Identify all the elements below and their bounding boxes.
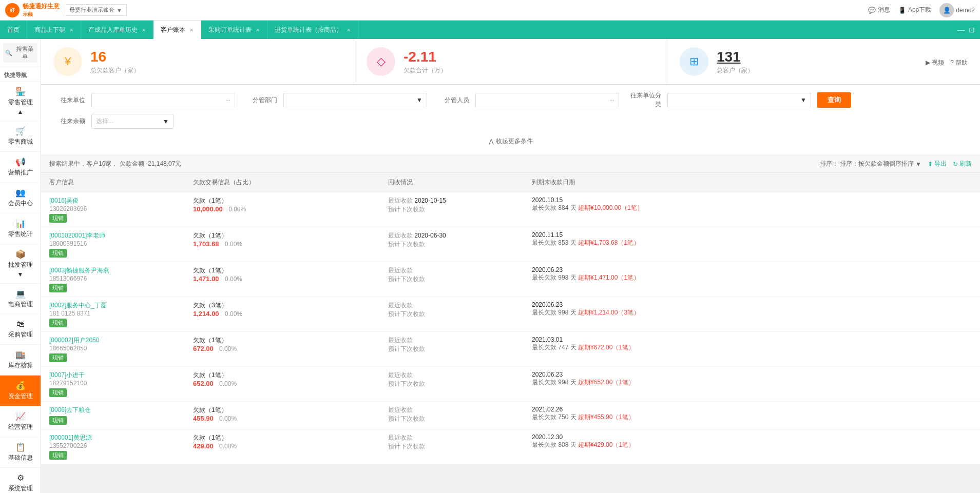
sidebar-item-system[interactable]: ⚙ 系统管理 bbox=[0, 468, 41, 493]
collapse-btn[interactable]: ⋀ 收起更多条件 bbox=[489, 137, 533, 146]
export-btn[interactable]: ⬆ 导出 bbox=[928, 160, 947, 168]
debt-percent: 0.00% bbox=[225, 310, 242, 318]
customer-code[interactable]: [0006]去下粮仓 bbox=[49, 406, 177, 415]
overdue-days: 最长欠款 998 天 bbox=[532, 274, 578, 281]
sidebar-item-retail-mall[interactable]: 🛒 零售商城 bbox=[0, 121, 41, 152]
sidebar-item-basic-info[interactable]: 📋 基础信息 bbox=[0, 437, 41, 468]
table-row: [0006]去下粮仓 现销 欠款（1笔） 455.90 0.00% 最近收款 预… bbox=[41, 402, 980, 429]
overdue-amount[interactable]: 超期¥455.90（1笔） bbox=[578, 413, 635, 421]
customer-code[interactable]: [000002]用户2050 bbox=[49, 336, 177, 345]
sidebar-item-retail-stats[interactable]: 📊 零售统计 bbox=[0, 213, 41, 244]
debt-amount-icon: ◇ bbox=[367, 47, 395, 76]
tab-maximize-icon[interactable]: ⊡ bbox=[969, 26, 975, 34]
tab-customer-account[interactable]: 客户账本 ✕ bbox=[153, 21, 201, 39]
debt-amount[interactable]: 652.00 bbox=[193, 380, 214, 387]
customer-code[interactable]: [0007]小进干 bbox=[49, 371, 177, 380]
debt-amount[interactable]: 455.90 bbox=[193, 415, 214, 422]
sidebar: 🔍 搜索菜单 快捷导航 🏪 零售管理 ▲ 🛒 零售商城 📢 营销推广 👥 会员中… bbox=[0, 39, 41, 493]
main-layout: 🔍 搜索菜单 快捷导航 🏪 零售管理 ▲ 🛒 零售商城 📢 营销推广 👥 会员中… bbox=[0, 39, 980, 493]
recovery-cell: 最近收款 2020-06-30 预计下次收款 bbox=[380, 227, 524, 262]
manager-input[interactable]: ··· bbox=[475, 93, 619, 107]
sidebar-item-ecommerce[interactable]: 💻 电商管理 bbox=[0, 284, 41, 314]
video-btn[interactable]: ▶ 视频 bbox=[926, 58, 944, 67]
tab-close-customer[interactable]: ✕ bbox=[189, 27, 194, 33]
sort-selector[interactable]: 排序： 排序：按欠款金额倒序排序 ▼ bbox=[820, 160, 921, 168]
customer-tag: 现销 bbox=[49, 319, 67, 327]
tab-production-history[interactable]: 产成品入库单历史 ✕ bbox=[81, 21, 153, 39]
overdue-info: 最长欠款 750 天 超期¥455.90（1笔） bbox=[532, 413, 972, 422]
debt-amount-row: 1,471.00 0.00% bbox=[193, 275, 372, 283]
retail-stats-icon: 📊 bbox=[15, 219, 26, 228]
overdue-amount[interactable]: 超期¥672.00（1笔） bbox=[578, 344, 635, 351]
overdue-amount[interactable]: 超期¥1,214.00（3笔） bbox=[578, 309, 640, 316]
customer-code[interactable]: [0002]服务中心_丁磊 bbox=[49, 301, 177, 310]
customer-code[interactable]: [000001]黄思源 bbox=[49, 433, 177, 442]
customer-info-cell: [000001]黄思源 13552700226 现销 bbox=[41, 429, 185, 464]
balance-select[interactable]: 选择... ▼ bbox=[91, 114, 174, 129]
overdue-amount[interactable]: 超期¥1,703.68（1笔） bbox=[578, 239, 640, 246]
refresh-btn[interactable]: ↻ 刷新 bbox=[953, 160, 972, 168]
sidebar-item-operations[interactable]: 📈 经营管理 bbox=[0, 406, 41, 437]
sidebar-item-purchase[interactable]: 🛍 采购管理 bbox=[0, 314, 41, 345]
tab-close-import[interactable]: ✕ bbox=[347, 27, 351, 33]
customer-code[interactable]: [0016]吴俊 bbox=[49, 196, 177, 205]
overdue-days: 最长欠款 750 天 bbox=[532, 413, 578, 421]
search-button[interactable]: 查询 bbox=[817, 92, 851, 108]
due-date: 2020.06.23 bbox=[532, 266, 972, 273]
sidebar-item-inventory[interactable]: 🏬 库存核算 bbox=[0, 345, 41, 376]
sidebar-item-member[interactable]: 👥 会员中心 bbox=[0, 183, 41, 213]
overdue-days: 最长欠款 884 天 bbox=[532, 204, 578, 211]
latest-recovery: 最近收款 bbox=[388, 336, 515, 345]
supplier-input[interactable]: ··· bbox=[91, 93, 235, 107]
due-date: 2021.02.26 bbox=[532, 406, 972, 413]
tab-close-purchase[interactable]: ✕ bbox=[256, 27, 260, 33]
debt-amount[interactable]: 1,471.00 bbox=[193, 275, 219, 283]
overdue-amount[interactable]: 超期¥652.00（1笔） bbox=[578, 379, 635, 386]
debt-amount[interactable]: 672.00 bbox=[193, 345, 214, 352]
department-select[interactable]: ▼ bbox=[283, 93, 427, 107]
debt-amount[interactable]: 1,214.00 bbox=[193, 310, 219, 318]
sidebar-item-retail-mgmt[interactable]: 🏪 零售管理 ▲ bbox=[0, 82, 41, 121]
member-icon: 👥 bbox=[15, 188, 26, 198]
tab-products-off[interactable]: 商品上下架 ✕ bbox=[27, 21, 81, 39]
supplier-type-select[interactable]: ▼ bbox=[667, 93, 811, 107]
tab-purchase-stats[interactable]: 采购订单统计表 ✕ bbox=[201, 21, 267, 39]
message-btn[interactable]: 💬 消息 bbox=[868, 6, 890, 14]
col-customer-info: 客户信息 bbox=[41, 173, 185, 192]
overdue-amount[interactable]: 超期¥429.00（1笔） bbox=[578, 441, 635, 448]
inventory-icon: 🏬 bbox=[15, 350, 26, 360]
sidebar-item-batch-mgmt[interactable]: 📦 批发管理 ▼ bbox=[0, 244, 41, 284]
due-date: 2020.11.15 bbox=[532, 231, 972, 239]
search-menu-btn[interactable]: 🔍 搜索菜单 bbox=[3, 43, 37, 63]
customer-tag: 现销 bbox=[49, 451, 67, 460]
debt-count: 欠款（1笔） bbox=[193, 266, 372, 275]
sidebar-item-capital[interactable]: 💰 资金管理 bbox=[0, 376, 41, 406]
help-btn[interactable]: ? 帮助 bbox=[950, 58, 968, 67]
app-download-btn[interactable]: 📱 App下载 bbox=[898, 6, 931, 14]
customer-code[interactable]: [0001020001]李老师 bbox=[49, 231, 177, 240]
account-selector[interactable]: 母婴行业演示账套 ▼ bbox=[65, 4, 127, 16]
tab-minimize-icon[interactable]: — bbox=[957, 26, 965, 34]
stat-debt-amount-info: -2.11 欠款合计（万） bbox=[403, 49, 447, 75]
overdue-amount[interactable]: 超期¥10,000.00（1笔） bbox=[578, 204, 643, 211]
debt-info-cell: 欠款（1笔） 672.00 0.00% bbox=[185, 332, 380, 367]
tab-close-products[interactable]: ✕ bbox=[69, 27, 73, 33]
results-summary: 搜索结果中，客户16家， 欠款金额 -21,148.07元 排序： 排序：按欠款… bbox=[41, 155, 980, 173]
debt-amount[interactable]: 429.00 bbox=[193, 442, 214, 450]
stat-debt-amount: ◇ -2.11 欠款合计（万） bbox=[354, 39, 667, 84]
tab-import-stats[interactable]: 进货单统计表（按商品） ✕ bbox=[267, 21, 358, 39]
sidebar-item-marketing[interactable]: 📢 营销推广 bbox=[0, 152, 41, 183]
due-date-cell: 2020.06.23 最长欠款 998 天 超期¥1,214.00（3笔） bbox=[524, 297, 980, 332]
user-avatar[interactable]: 👤 demo2 bbox=[939, 3, 975, 17]
customer-code[interactable]: [0003]畅捷服务尹海燕 bbox=[49, 266, 177, 275]
tab-close-production[interactable]: ✕ bbox=[142, 27, 146, 33]
recovery-cell: 最近收款 预计下次收款 bbox=[380, 367, 524, 402]
debt-amount[interactable]: 1,703.68 bbox=[193, 240, 219, 248]
tab-home[interactable]: 首页 bbox=[0, 21, 27, 39]
recovery-date: 2020-10-15 bbox=[414, 197, 446, 204]
overdue-amount[interactable]: 超期¥1,471.00（1笔） bbox=[578, 274, 640, 281]
debt-amount[interactable]: 10,000.00 bbox=[193, 205, 223, 213]
overdue-days: 最长欠款 747 天 bbox=[532, 344, 578, 351]
batch-mgmt-icon: 📦 bbox=[15, 249, 26, 259]
due-date-cell: 2020.11.15 最长欠款 853 天 超期¥1,703.68（1笔） bbox=[524, 227, 980, 262]
